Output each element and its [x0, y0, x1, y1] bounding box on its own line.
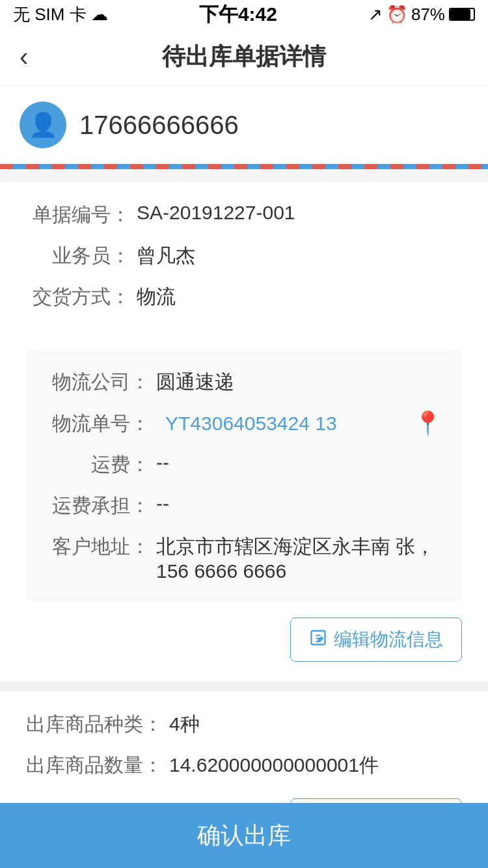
- status-bar: 无 SIM 卡 ☁ 下午4:42 ↗ ⏰ 87%: [0, 0, 488, 29]
- freight-bearer-row: 运费承担： --: [46, 493, 442, 519]
- back-button[interactable]: ‹: [20, 42, 28, 72]
- dashed-divider: [0, 164, 488, 169]
- freight-row: 运费： --: [46, 452, 442, 478]
- customer-header: 👤 17666666666: [0, 86, 488, 164]
- goods-quantity-row: 出库商品数量： 14.620000000000001件: [26, 752, 462, 779]
- freight-label: 运费：: [46, 452, 150, 478]
- battery-level: 87%: [411, 5, 445, 25]
- order-info-section: 单据编号： SA-20191227-001 业务员： 曾凡杰 交货方式： 物流: [0, 182, 488, 330]
- edit-logistics-button[interactable]: 编辑物流信息: [290, 617, 462, 662]
- edit-logistics-label: 编辑物流信息: [334, 627, 443, 652]
- clock-icon: ⏰: [386, 5, 407, 25]
- status-left: 无 SIM 卡 ☁: [13, 3, 108, 26]
- customer-phone: 17666666666: [79, 111, 239, 140]
- order-no-value: SA-20191227-001: [137, 202, 462, 224]
- avatar-icon: 👤: [29, 111, 58, 139]
- status-right: ↗ ⏰ 87%: [368, 5, 475, 25]
- battery-bar: [449, 8, 475, 21]
- tracking-row: 物流单号： YT43064053424 13 📍: [46, 410, 442, 437]
- goods-quantity-label: 出库商品数量：: [26, 752, 163, 779]
- freight-value: --: [156, 452, 442, 474]
- address-value: 北京市市辖区海淀区永丰南 张，156 6666 6666: [156, 534, 442, 582]
- confirm-outbound-button[interactable]: 确认出库: [0, 803, 488, 868]
- logistics-company-value: 圆通速递: [156, 369, 442, 396]
- goods-types-value: 4种: [169, 711, 462, 738]
- nav-bar: ‹ 待出库单据详情: [0, 29, 488, 86]
- logistics-section: 物流公司： 圆通速递 物流单号： YT43064053424 13 📍 运费： …: [0, 330, 488, 681]
- delivery-method-value: 物流: [137, 284, 462, 310]
- sim-status: 无 SIM 卡 ☁: [13, 3, 108, 26]
- status-time: 下午4:42: [199, 1, 277, 28]
- goods-types-label: 出库商品种类：: [26, 711, 163, 738]
- order-no-label: 单据编号：: [26, 202, 130, 228]
- address-row: 客户地址： 北京市市辖区海淀区永丰南 张，156 6666 6666: [46, 534, 442, 582]
- avatar: 👤: [20, 102, 66, 148]
- delivery-method-label: 交货方式：: [26, 284, 130, 310]
- sales-person-value: 曾凡杰: [137, 243, 462, 269]
- order-no-row: 单据编号： SA-20191227-001: [26, 202, 462, 228]
- page-title: 待出库单据详情: [162, 41, 326, 73]
- goods-quantity-value: 14.620000000000001件: [169, 752, 462, 779]
- tracking-value: YT43064053424 13: [165, 413, 404, 435]
- confirm-outbound-label: 确认出库: [197, 820, 291, 852]
- logistics-card: 物流公司： 圆通速递 物流单号： YT43064053424 13 📍 运费： …: [26, 349, 462, 602]
- delivery-method-row: 交货方式： 物流: [26, 284, 462, 310]
- logistics-company-row: 物流公司： 圆通速递: [46, 369, 442, 396]
- goods-types-row: 出库商品种类： 4种: [26, 711, 462, 738]
- battery-icon: ↗: [368, 5, 383, 25]
- freight-bearer-label: 运费承担：: [46, 493, 150, 519]
- edit-btn-container: 编辑物流信息: [26, 617, 462, 662]
- freight-bearer-value: --: [156, 493, 442, 515]
- location-icon[interactable]: 📍: [413, 410, 442, 437]
- address-label: 客户地址：: [46, 534, 150, 560]
- sales-person-row: 业务员： 曾凡杰: [26, 243, 462, 269]
- tracking-label: 物流单号：: [46, 411, 150, 437]
- grey-divider: [0, 681, 488, 692]
- edit-icon: [309, 629, 327, 651]
- sales-person-label: 业务员：: [26, 243, 130, 269]
- logistics-company-label: 物流公司：: [46, 369, 150, 396]
